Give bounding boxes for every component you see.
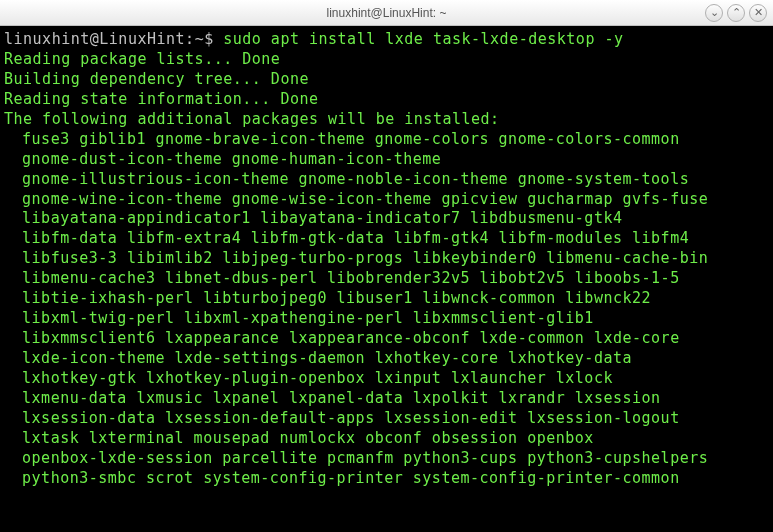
output-line: The following additional packages will b… [4, 110, 769, 130]
command-text: sudo apt install lxde task-lxde-desktop … [223, 30, 623, 48]
window-title: linuxhint@LinuxHint: ~ [327, 6, 447, 20]
package-line: fuse3 giblib1 gnome-brave-icon-theme gno… [4, 130, 769, 150]
prompt-user-host: linuxhint@LinuxHint [4, 30, 185, 48]
package-line: lxhotkey-gtk lxhotkey-plugin-openbox lxi… [4, 369, 769, 389]
package-line: python3-smbc scrot system-config-printer… [4, 469, 769, 489]
minimize-button[interactable]: ⌄ [705, 4, 723, 22]
package-line: libfuse3-3 libimlib2 libjpeg-turbo-progs… [4, 249, 769, 269]
package-line: lxtask lxterminal mousepad numlockx obco… [4, 429, 769, 449]
output-line: Building dependency tree... Done [4, 70, 769, 90]
output-line: Reading state information... Done [4, 90, 769, 110]
titlebar: linuxhint@LinuxHint: ~ ⌄ ⌃ ✕ [0, 0, 773, 26]
package-line: libmenu-cache3 libnet-dbus-perl libobren… [4, 269, 769, 289]
terminal-window: linuxhint@LinuxHint: ~ ⌄ ⌃ ✕ linuxhint@L… [0, 0, 773, 532]
package-line: openbox-lxde-session parcellite pcmanfm … [4, 449, 769, 469]
package-line: lxmenu-data lxmusic lxpanel lxpanel-data… [4, 389, 769, 409]
output-line: Reading package lists... Done [4, 50, 769, 70]
prompt-path: ~ [195, 30, 205, 48]
package-line: lxde-icon-theme lxde-settings-daemon lxh… [4, 349, 769, 369]
terminal-area[interactable]: linuxhint@LinuxHint:~$ sudo apt install … [0, 26, 773, 532]
prompt-symbol: $ [204, 30, 223, 48]
window-controls: ⌄ ⌃ ✕ [705, 4, 767, 22]
maximize-button[interactable]: ⌃ [727, 4, 745, 22]
package-line: gnome-illustrious-icon-theme gnome-noble… [4, 170, 769, 190]
prompt-line: linuxhint@LinuxHint:~$ sudo apt install … [4, 30, 769, 50]
package-line: libayatana-appindicator1 libayatana-indi… [4, 209, 769, 229]
package-line: libxmmsclient6 lxappearance lxappearance… [4, 329, 769, 349]
package-line: libxml-twig-perl libxml-xpathengine-perl… [4, 309, 769, 329]
package-line: libtie-ixhash-perl libturbojpeg0 libuser… [4, 289, 769, 309]
close-button[interactable]: ✕ [749, 4, 767, 22]
package-line: lxsession-data lxsession-default-apps lx… [4, 409, 769, 429]
prompt-colon: : [185, 30, 195, 48]
package-line: gnome-dust-icon-theme gnome-human-icon-t… [4, 150, 769, 170]
package-line: gnome-wine-icon-theme gnome-wise-icon-th… [4, 190, 769, 210]
package-line: libfm-data libfm-extra4 libfm-gtk-data l… [4, 229, 769, 249]
